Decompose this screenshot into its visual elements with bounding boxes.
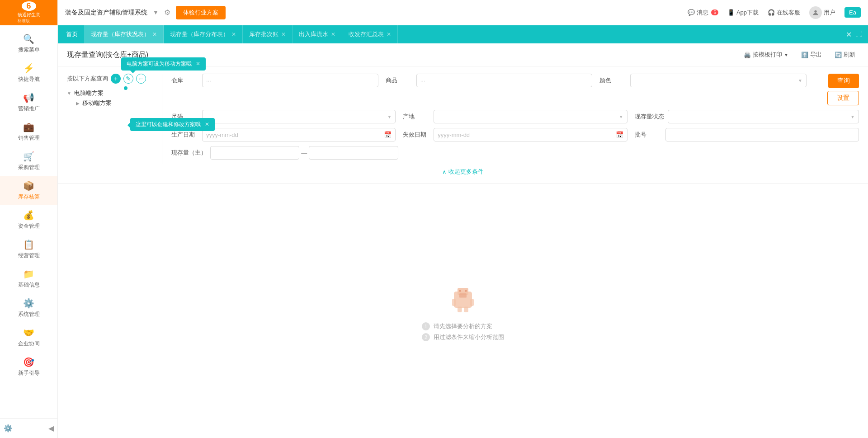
system-dropdown-icon[interactable]: ▼ — [153, 9, 159, 16]
dot-indicator — [124, 86, 127, 90]
export-button[interactable]: ⬆️ 导出 — [797, 49, 826, 61]
color-select[interactable]: ▼ — [630, 74, 807, 87]
tab-close-inventory-dist[interactable]: ✕ — [231, 31, 236, 38]
user-item[interactable]: 用户 — [809, 6, 835, 19]
tab-fullscreen-icon[interactable]: ⛶ — [855, 30, 863, 38]
tab-close-batch[interactable]: ✕ — [281, 31, 286, 38]
warehouse-dots: ··· — [206, 77, 211, 84]
sidebar-item-marketing[interactable]: 📢 营销推广 — [0, 88, 57, 117]
sidebar-item-finance[interactable]: 💰 资金管理 — [0, 205, 57, 235]
tab-close-all-icon[interactable]: ✕ — [846, 30, 852, 39]
action-buttons: 查询 设置 — [814, 74, 859, 105]
stock-main-from[interactable] — [210, 146, 299, 160]
brand-name: 畅通好生意 标准版 — [18, 12, 40, 24]
create-tooltip-close[interactable]: ✕ — [205, 121, 209, 127]
tab-batch-account[interactable]: 库存批次账 ✕ — [243, 25, 292, 43]
empty-state: 1 请先选择要分析的方案 2 用过滤条件来缩小分析范围 — [58, 184, 868, 438]
collapse-icon[interactable]: ◀ — [48, 424, 54, 433]
filter-row-1: 仓库 ··· 商品 ··· 颜色 — [171, 74, 859, 105]
tab-home[interactable]: 首页 — [60, 25, 85, 43]
headset-icon: 🎧 — [768, 9, 775, 16]
edit-scheme-button[interactable]: ✎ — [123, 74, 133, 84]
product-select[interactable]: ··· — [416, 74, 593, 87]
warehouse-select[interactable]: ··· — [202, 74, 378, 87]
settings-icon[interactable]: ⚙ — [164, 8, 170, 17]
expiry-date-picker[interactable]: yyyy-mm-dd 📅 — [434, 128, 627, 141]
sidebar-item-collab[interactable]: 🤝 企业协同 — [0, 323, 57, 352]
color-field: 颜色 ▼ — [599, 74, 807, 87]
sidebar-item-guide[interactable]: 🎯 新手引导 — [0, 352, 57, 381]
tab-inventory-dist[interactable]: 现存量（库存分布表） ✕ — [164, 25, 243, 43]
scheme-arrow-pc: ▼ — [67, 91, 71, 96]
ea-badge: Ea — [844, 7, 861, 18]
sidebar-item-basic[interactable]: 📁 基础信息 — [0, 264, 57, 293]
header: 装备及固定资产辅助管理系统 ▼ ⚙ 体验行业方案 💬 消息 6 📱 App下载 … — [58, 0, 868, 25]
size-dropdown: ▼ — [387, 114, 392, 119]
svg-rect-7 — [470, 299, 474, 306]
tab-flow[interactable]: 出入库流水 ✕ — [292, 25, 342, 43]
warehouse-field: 仓库 ··· — [171, 74, 378, 87]
tab-close-inventory-status[interactable]: ✕ — [152, 31, 157, 38]
size-select[interactable]: ▼ — [202, 110, 396, 123]
sidebar-item-purchase[interactable]: 🛒 采购管理 — [0, 146, 57, 176]
pc-tooltip: 电脑方案可设为移动方案哦 ✕ — [121, 57, 206, 71]
svg-rect-9 — [464, 306, 468, 312]
origin-select[interactable]: ▼ — [434, 110, 627, 123]
tab-close-summary[interactable]: ✕ — [387, 31, 391, 38]
sidebar-item-operations[interactable]: 📋 经营管理 — [0, 235, 57, 264]
svg-rect-6 — [452, 299, 456, 306]
svg-rect-5 — [459, 293, 467, 298]
prev-scheme-button[interactable]: ← — [136, 74, 146, 84]
stock-main-field: 现存量（主） — — [171, 146, 398, 160]
system-name: 装备及固定资产辅助管理系统 — [65, 9, 147, 17]
tab-inventory-status[interactable]: 现存量（库存状况表） ✕ — [85, 25, 164, 43]
industry-solution-button[interactable]: 体验行业方案 — [176, 6, 226, 19]
tab-bar: 首页 现存量（库存状况表） ✕ 现存量（库存分布表） ✕ 库存批次账 ✕ 出入库… — [58, 25, 868, 43]
search-button[interactable]: 查询 — [828, 74, 859, 88]
notice-item[interactable]: 💬 消息 6 — [688, 9, 718, 17]
print-button[interactable]: 🖨️ 按模板打印 ▼ — [740, 49, 792, 61]
stock-status-select[interactable]: ▼ — [668, 110, 859, 123]
empty-illustration — [445, 281, 481, 317]
production-date-picker[interactable]: yyyy-mm-dd 📅 — [202, 128, 396, 141]
print-icon: 🖨️ — [744, 52, 751, 58]
sidebar-item-inventory[interactable]: 📦 库存核算 — [0, 176, 57, 205]
system-icon: ⚙️ — [23, 298, 34, 309]
online-service-item[interactable]: 🎧 在线客服 — [768, 9, 800, 17]
sidebar-item-search[interactable]: 🔍 搜索菜单 — [0, 29, 57, 58]
pc-tooltip-close[interactable]: ✕ — [196, 61, 200, 67]
sidebar-logo: 6 畅通好生意 标准版 — [0, 0, 57, 25]
scheme-name-mobile[interactable]: 移动端方案 — [82, 99, 112, 107]
avatar — [809, 6, 822, 19]
header-right: 💬 消息 6 📱 App下载 🎧 在线客服 用户 Ea — [688, 6, 861, 19]
refresh-button[interactable]: 🔄 刷新 — [831, 49, 859, 61]
scheme-name-pc[interactable]: 电脑端方案 — [74, 89, 104, 97]
filter-header-row: 按以下方案查询 + ✎ ← 电脑方案可设为移动方案哦 ✕ — [67, 74, 153, 84]
scheme-item-pc: ▼ 电脑端方案 — [67, 88, 153, 98]
tab-summary[interactable]: 收发存汇总表 ✕ — [342, 25, 398, 43]
content-area: 现存量查询(按仓库+商品) 🖨️ 按模板打印 ▼ ⬆️ 导出 🔄 刷新 — [58, 43, 868, 438]
batch-input[interactable] — [665, 128, 859, 141]
notice-icon: 💬 — [688, 9, 695, 16]
filter-row-3: 生产日期 yyyy-mm-dd 📅 失效日期 yyyy-mm-dd 📅 — [171, 128, 859, 141]
sidebar-item-system[interactable]: ⚙️ 系统管理 — [0, 293, 57, 323]
tab-close-flow[interactable]: ✕ — [331, 31, 335, 38]
color-dropdown: ▼ — [798, 78, 802, 83]
reset-button[interactable]: 设置 — [827, 91, 859, 105]
add-scheme-button[interactable]: + — [111, 74, 121, 84]
scheme-arrow-mobile: ▶ — [76, 101, 80, 106]
filter-row-4: 现存量（主） — — [171, 146, 859, 160]
sidebar-nav: 🔍 搜索菜单 ⚡ 快捷导航 📢 营销推广 💼 销售管理 🛒 采购管理 📦 库存核… — [0, 25, 57, 418]
collapse-button[interactable]: ∧ 收起更多条件 — [67, 164, 859, 176]
export-icon: ⬆️ — [801, 52, 808, 58]
svg-rect-8 — [458, 306, 462, 312]
sidebar-item-sales[interactable]: 💼 销售管理 — [0, 117, 57, 146]
stock-main-to[interactable] — [309, 146, 398, 160]
expiry-date-icon: 📅 — [616, 131, 623, 138]
product-field: 商品 ··· — [386, 74, 593, 87]
sidebar-item-quicknav[interactable]: ⚡ 快捷导航 — [0, 58, 57, 88]
settings-bottom-icon[interactable]: ⚙️ — [4, 424, 13, 433]
app-download-item[interactable]: 📱 App下载 — [727, 9, 759, 17]
filter-area: 按以下方案查询 + ✎ ← 电脑方案可设为移动方案哦 ✕ — [58, 66, 868, 184]
phone-icon: 📱 — [727, 9, 735, 16]
